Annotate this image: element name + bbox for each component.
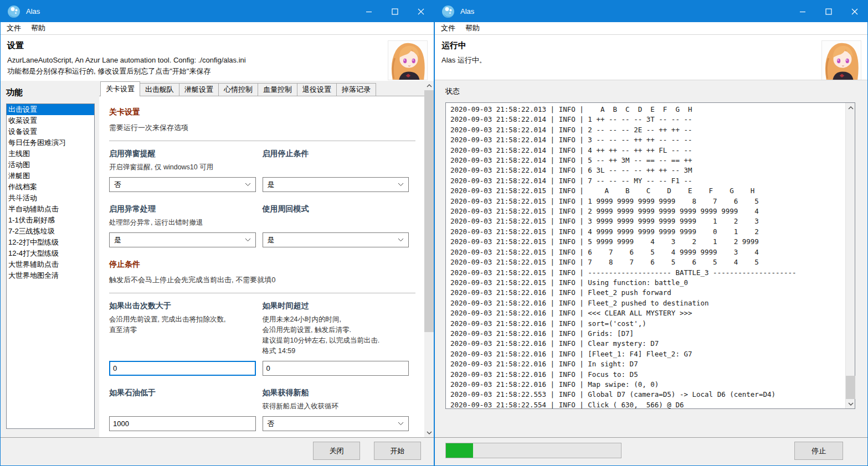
sidebar-item[interactable]: 大世界辅助点击 (7, 259, 94, 270)
running-footer: 停止 (435, 437, 867, 465)
scrollbar-thumb[interactable] (846, 376, 855, 399)
field-attack-count: 如果出击次数大于 会沿用先前设置, 完成出击将扣除次数, 直至清零 (109, 301, 256, 376)
field-label: 启用停止条件 (263, 149, 409, 159)
maximize-button[interactable] (382, 1, 408, 22)
select-value: 是 (268, 180, 275, 190)
sidebar-item[interactable]: 12-2打中型练级 (7, 237, 94, 248)
minimize-button[interactable] (789, 1, 815, 22)
sidebar-item[interactable]: 7-2三战拣垃圾 (7, 226, 94, 237)
progress-fill (446, 443, 473, 458)
field-label: 如果出击次数大于 (109, 301, 256, 311)
stop-condition-select[interactable]: 是 (263, 177, 409, 192)
field-new-ship: 如果获得新船 获得新船后进入收获循环 否 (263, 388, 409, 431)
tab[interactable]: 潜艇设置 (179, 83, 219, 96)
titlebar: Alas (435, 1, 867, 22)
sidebar-item[interactable]: 设备设置 (7, 126, 94, 137)
sidebar-item[interactable]: 每日任务困难演习 (7, 137, 94, 148)
field-label: 如果时间超过 (263, 301, 409, 311)
scrollbar-thumb[interactable] (424, 90, 434, 332)
sidebar-item[interactable]: 1-1伏击刷好感 (7, 215, 94, 226)
field-label: 使用周回模式 (263, 204, 409, 214)
sidebar-item[interactable]: 潜艇图 (7, 170, 94, 182)
sidebar-item[interactable]: 活动图 (7, 159, 94, 170)
tab[interactable]: 掉落记录 (336, 83, 376, 96)
sidebar-item[interactable]: 收菜设置 (7, 115, 94, 126)
start-button[interactable]: 开始 (374, 442, 421, 460)
menu-file[interactable]: 文件 (436, 22, 460, 34)
settings-content: 关卡设置出击舰队潜艇设置心情控制血量控制退役设置掉落记录 关卡设置 需要运行一次… (99, 81, 434, 437)
sidebar-item[interactable]: 作战档案 (7, 182, 94, 193)
close-button[interactable]: 关闭 (313, 442, 360, 460)
page-subtitle-2: 功能都是分别保存和运行的, 修改设置后别忘了点击"开始"来保存 (7, 66, 427, 77)
app-logo-icon (441, 5, 455, 18)
field-desc: 会沿用先前设置, 完成出击将扣除次数, 直至清零 (109, 314, 256, 335)
sidebar-item[interactable]: 共斗活动 (7, 193, 94, 204)
log-box: 2020-09-03 21:58:22.013 | INFO | A B C D… (445, 102, 855, 409)
maximize-button[interactable] (815, 1, 841, 22)
page-title: 设置 (7, 40, 427, 51)
select-value: 是 (268, 235, 275, 245)
loop-mode-select[interactable]: 是 (263, 232, 409, 247)
field-desc: 处理部分异常, 运行出错时撤退 (109, 218, 256, 228)
field-desc: 使用未来24小时内的时间, 会沿用先前设置, 触发后清零. 建议提前10分钟左右… (263, 314, 409, 356)
sidebar-item[interactable]: 出击设置 (7, 104, 94, 115)
settings-window: Alas 文件 帮助 设置 AzurLaneAutoScript, An Azu… (0, 0, 434, 466)
menubar: 文件 帮助 (435, 22, 867, 35)
select-value: 是 (114, 235, 121, 245)
sidebar-item[interactable]: 半自动辅助点击 (7, 204, 94, 215)
chevron-down-icon (398, 422, 404, 426)
minimize-button[interactable] (356, 1, 382, 22)
new-ship-select[interactable]: 否 (263, 416, 409, 431)
titlebar: Alas (1, 1, 434, 22)
select-value: 否 (114, 180, 121, 190)
menu-help[interactable]: 帮助 (460, 22, 485, 34)
time-limit-input[interactable] (263, 361, 409, 376)
page-header: 运行中 Alas 运行中。 (435, 35, 867, 80)
scrollbar-down-icon[interactable] (846, 399, 855, 408)
field-label: 启用弹窗提醒 (109, 149, 256, 159)
field-desc: 获得新船后进入收获循环 (263, 401, 409, 412)
field-desc: 开启弹窗提醒, 仅 windows10 可用 (109, 162, 256, 173)
field-label: 启用异常处理 (109, 204, 256, 214)
window-title: Alas (26, 7, 40, 15)
sidebar-item[interactable]: 12-4打大型练级 (7, 248, 94, 259)
field-time-limit: 如果时间超过 使用未来24小时内的时间, 会沿用先前设置, 触发后清零. 建议提… (263, 301, 409, 376)
menu-help[interactable]: 帮助 (26, 22, 50, 34)
page-subtitle-1: AzurLaneAutoScript, An Azur Lane automat… (7, 55, 427, 66)
tab[interactable]: 退役设置 (297, 83, 337, 96)
sidebar-heading: 功能 (6, 87, 95, 98)
page-subtitle-1: Alas 运行中。 (441, 55, 861, 66)
tab[interactable]: 心情控制 (218, 83, 258, 96)
log-scrollbar[interactable] (845, 103, 855, 408)
scrollbar-down-icon[interactable] (424, 428, 434, 437)
menu-file[interactable]: 文件 (2, 22, 26, 34)
attack-count-input[interactable] (109, 361, 256, 376)
chevron-down-icon (245, 238, 251, 242)
divider (109, 293, 415, 293)
scrollbar-up-icon[interactable] (424, 81, 434, 90)
function-list: 出击设置收菜设置设备设置每日任务困难演习主线图活动图潜艇图作战档案共斗活动半自动… (6, 103, 95, 429)
popup-alert-select[interactable]: 否 (109, 177, 256, 192)
settings-scrollbar[interactable] (424, 81, 434, 437)
section-title-stage: 关卡设置 (109, 107, 415, 117)
close-window-button[interactable] (841, 1, 867, 22)
section-title-stop: 停止条件 (109, 260, 415, 270)
sidebar-item[interactable]: 主线图 (7, 148, 94, 159)
section-desc-stop: 触发后不会马上停止会先完成当前出击, 不需要就填0 (109, 275, 415, 285)
exception-handle-select[interactable]: 是 (109, 232, 256, 247)
chevron-down-icon (398, 238, 404, 242)
scrollbar-up-icon[interactable] (846, 103, 855, 112)
page-header: 设置 AzurLaneAutoScript, An Azur Lane auto… (1, 35, 434, 80)
stop-button[interactable]: 停止 (794, 442, 843, 460)
chevron-down-icon (245, 183, 251, 187)
close-window-button[interactable] (408, 1, 434, 22)
field-exception-handle: 启用异常处理 处理部分异常, 运行出错时撤退 是 (109, 204, 256, 247)
oil-limit-input[interactable] (109, 416, 256, 431)
tab[interactable]: 血量控制 (258, 83, 297, 96)
tab[interactable]: 关卡设置 (100, 81, 140, 96)
tab[interactable]: 出击舰队 (140, 83, 179, 96)
sidebar-item[interactable]: 大世界地图全清 (7, 270, 94, 281)
progress-bar (445, 443, 622, 458)
field-popup-alert: 启用弹窗提醒 开启弹窗提醒, 仅 windows10 可用 否 (109, 149, 256, 192)
log-output: 2020-09-03 21:58:22.013 | INFO | A B C D… (446, 103, 845, 408)
